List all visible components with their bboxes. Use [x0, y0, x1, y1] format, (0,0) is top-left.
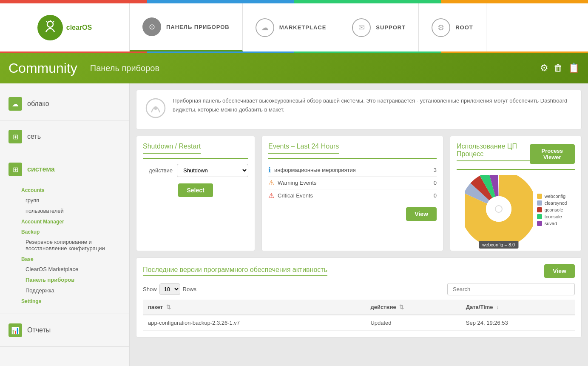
pie-chart-wrapper: webconfig – 8.0: [465, 175, 533, 244]
events-widget: Events – Last 24 Hours ℹ информационные …: [261, 136, 443, 251]
marketplace-nav-label: MARKETPLACE: [279, 24, 327, 31]
shutdown-form-label: действие: [143, 167, 173, 174]
page-title: Community: [9, 60, 77, 76]
sidebar-subsection-accounts: Accounts групп пользователей Account Man…: [0, 181, 129, 309]
event-row-info: ℹ информационные мероприятия 3: [268, 164, 437, 177]
sidebar-sub-item-marketplace[interactable]: ClearOS Marketplace: [0, 264, 129, 274]
rows-label: Rows: [183, 286, 197, 292]
software-table-card: Последние версии программного обеспечени…: [136, 257, 582, 337]
dashboard-nav-icon: ⊙: [142, 17, 161, 36]
page-header: Community Панель приборов ⚙ 🗑 📋: [0, 53, 588, 83]
info-box-text: Приборная панель обеспечивает высокоуров…: [173, 97, 573, 114]
legend-item-webconfig: webconfig: [537, 194, 567, 199]
cloud-icon: ☁: [9, 97, 22, 111]
event-row-warning: ⚠ Warning Events 0: [268, 177, 437, 189]
rows-select[interactable]: 10 5 25 50: [159, 283, 180, 295]
system-icon: ⊞: [9, 163, 22, 176]
info-box: Приборная панель обеспечивает высокоуров…: [136, 90, 582, 129]
software-view-button[interactable]: View: [544, 264, 575, 278]
top-navigation: clearOS ⊙ ПАНЕЛЬ ПРИБОРОВ ☁ MARKETPLACE …: [0, 2, 588, 53]
sidebar-cloud-label: облако: [27, 100, 49, 108]
col-package[interactable]: пакет ⇅: [143, 300, 365, 315]
sidebar-sub-item-groups[interactable]: групп: [0, 195, 129, 206]
sidebar-item-system[interactable]: ⊞ система: [0, 157, 129, 181]
cpu-widget: Использование ЦП Процесс Process Viewer: [450, 136, 582, 251]
legend-item-clearsyncd: clearsyncd: [537, 200, 567, 206]
sidebar-section-network: ⊞ сеть: [0, 120, 129, 153]
shutdown-select[interactable]: Shutdown Restart: [177, 164, 248, 177]
sidebar-sub-item-support[interactable]: Поддержка: [0, 285, 129, 296]
col-datetime[interactable]: Дата/Time ↓: [461, 300, 575, 315]
critical-event-icon: ⚠: [268, 192, 274, 200]
table-body: app-configuration-backup-2.3.26-1.v7 Upd…: [143, 315, 575, 331]
sidebar-item-reports[interactable]: 📊 Отчеты: [0, 318, 129, 342]
svg-point-5: [154, 106, 157, 110]
pie-legend: webconfig clearsyncd gconsole tcons: [537, 194, 567, 226]
legend-label-webconfig: webconfig: [545, 194, 566, 199]
critical-event-count: 0: [428, 192, 437, 199]
header-icons: ⚙ 🗑 📋: [540, 63, 579, 74]
pie-chart-container: webconfig – 8.0 webconfig clearsyncd: [457, 175, 575, 244]
shutdown-form-row: действие Shutdown Restart: [143, 164, 248, 177]
cpu-header: Использование ЦП Процесс Process Viewer: [457, 143, 575, 166]
sidebar-section-system: ⊞ система Accounts групп пользователей A…: [0, 153, 129, 314]
clearos-logo-svg: [42, 19, 59, 36]
shutdown-btn-wrapper: Select: [143, 183, 248, 197]
dashboard-info-icon: [145, 97, 166, 123]
col-datetime-label: Дата/Time: [466, 304, 493, 310]
shutdown-widget-title: Shutdown / Restart: [143, 143, 201, 154]
support-nav-icon: ✉: [352, 18, 371, 37]
sidebar-sub-item-users[interactable]: пользователей: [0, 206, 129, 216]
sidebar-item-cloud[interactable]: ☁ облако: [0, 92, 129, 116]
cpu-divider: [457, 169, 575, 170]
legend-item-gconsole: gconsole: [537, 207, 567, 212]
show-label: Show: [143, 286, 157, 292]
critical-event-label: Critical Events: [278, 192, 425, 199]
sidebar-sub-item-backup[interactable]: Резервное копирование и восстановление к…: [0, 237, 129, 254]
col-action-label: действие: [370, 304, 396, 310]
cpu-widget-title: Использование ЦП Процесс: [457, 143, 530, 161]
legend-label-suvad: suvad: [545, 221, 557, 226]
table-row: app-configuration-backup-2.3.26-1.v7 Upd…: [143, 315, 575, 331]
main-layout: ☁ облако ⊞ сеть ⊞ система Accounts групп…: [0, 83, 588, 366]
sidebar-network-label: сеть: [27, 133, 41, 140]
edit-icon[interactable]: 📋: [568, 63, 579, 74]
cell-datetime: Sep 24, 19:26:53: [461, 315, 575, 331]
table-header-row: пакет ⇅ действие ⇅ Дата/Time ↓: [143, 300, 575, 315]
nav-item-dashboard[interactable]: ⊙ ПАНЕЛЬ ПРИБОРОВ: [130, 3, 243, 51]
col-action[interactable]: действие ⇅: [365, 300, 460, 315]
legend-label-clearsyncd: clearsyncd: [545, 200, 567, 206]
nav-item-marketplace[interactable]: ☁ MARKETPLACE: [243, 3, 340, 51]
shutdown-select-button[interactable]: Select: [178, 183, 213, 197]
network-icon: ⊞: [9, 130, 22, 143]
logo-text: clearOS: [66, 24, 92, 31]
settings-icon[interactable]: ⚙: [540, 63, 548, 74]
trash-icon[interactable]: 🗑: [554, 63, 563, 74]
col-action-sort-icon: ⇅: [399, 304, 404, 310]
reports-icon: 📊: [9, 323, 22, 337]
col-package-label: пакет: [148, 304, 163, 310]
legend-item-tconsole: tconsole: [537, 214, 567, 219]
logo-section: clearOS: [0, 3, 130, 51]
svg-point-0: [47, 21, 53, 27]
events-view-button[interactable]: View: [406, 207, 437, 221]
events-widget-title: Events – Last 24 Hours: [268, 143, 339, 154]
nav-item-support[interactable]: ✉ SUPPORT: [339, 3, 419, 51]
sidebar-item-network[interactable]: ⊞ сеть: [0, 125, 129, 149]
nav-item-root[interactable]: ⚙ ROOT: [419, 3, 486, 51]
legend-label-gconsole: gconsole: [545, 207, 563, 212]
process-viewer-button[interactable]: Process Viewer: [530, 144, 575, 164]
support-nav-label: SUPPORT: [376, 24, 406, 31]
sidebar-section-reports: 📊 Отчеты: [0, 314, 129, 347]
root-nav-icon: ⚙: [432, 18, 450, 37]
events-view-btn-wrapper: View: [268, 207, 437, 221]
search-input[interactable]: [447, 283, 575, 295]
sidebar-sub-item-dashboard[interactable]: Панель приборов: [0, 274, 129, 285]
widgets-row: Shutdown / Restart действие Shutdown Res…: [136, 136, 582, 251]
shutdown-widget: Shutdown / Restart действие Shutdown Res…: [136, 136, 255, 251]
account-manager-group-label: Account Manager: [0, 216, 129, 226]
legend-dot-gconsole: [537, 207, 542, 212]
software-table-header: Последние версии программного обеспечени…: [143, 264, 575, 278]
event-row-critical: ⚠ Critical Events 0: [268, 189, 437, 202]
table-controls: Show 10 5 25 50 Rows: [143, 283, 575, 295]
